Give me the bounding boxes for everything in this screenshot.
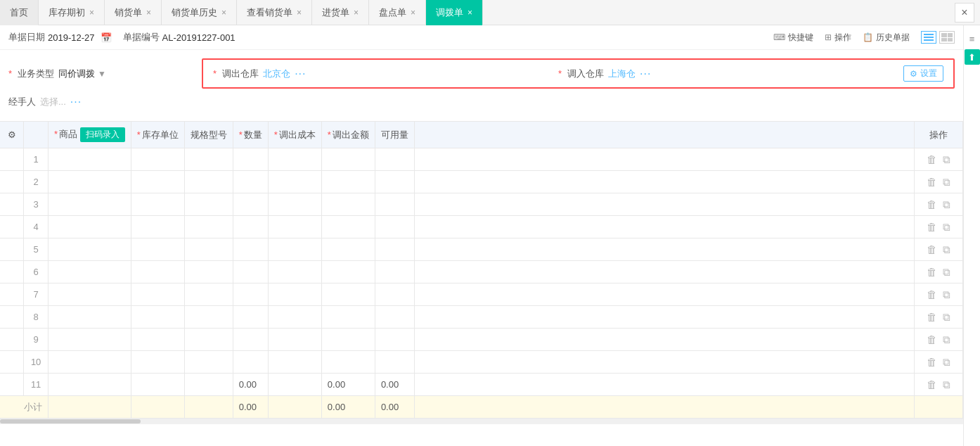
delete-icon[interactable]: 🗑: [927, 311, 937, 323]
row-amount-cell[interactable]: [321, 351, 375, 374]
col-header-settings[interactable]: ⚙: [0, 122, 24, 148]
row-amount-cell[interactable]: [321, 238, 375, 261]
row-available-cell[interactable]: [375, 261, 414, 283]
transfer-out-value[interactable]: 北京仓: [263, 68, 290, 80]
settings-button[interactable]: ⚙ 设置: [903, 65, 943, 82]
row-cost-cell[interactable]: [268, 329, 321, 351]
horizontal-scrollbar[interactable]: [0, 419, 963, 424]
calendar-icon[interactable]: 📅: [101, 32, 112, 43]
row-available-cell[interactable]: [375, 283, 414, 306]
row-spec-cell[interactable]: [184, 193, 233, 216]
shortcut-action[interactable]: ⌨ 快捷键: [773, 32, 813, 44]
transfer-in-more-btn[interactable]: ···: [640, 68, 651, 80]
copy-icon[interactable]: ⧉: [943, 176, 950, 188]
row-goods-cell[interactable]: [48, 148, 131, 171]
row-amount-cell[interactable]: [321, 193, 375, 216]
tab-home[interactable]: 首页: [0, 0, 39, 25]
row-unit-cell[interactable]: [131, 193, 184, 216]
copy-icon[interactable]: ⧉: [943, 153, 950, 165]
sidebar-list-icon[interactable]: ≡: [965, 31, 980, 46]
row-qty-cell[interactable]: [233, 238, 268, 261]
delete-icon[interactable]: 🗑: [927, 153, 937, 165]
handler-placeholder[interactable]: 选择...: [40, 96, 66, 108]
doc-date-value[interactable]: 2019-12-27: [48, 32, 95, 43]
row-goods-cell[interactable]: [48, 351, 131, 374]
row-cost-cell[interactable]: [268, 216, 321, 238]
tab-sales-order-close[interactable]: ×: [146, 8, 151, 18]
row-available-cell[interactable]: [375, 329, 414, 351]
row-unit-cell[interactable]: [131, 171, 184, 193]
copy-icon[interactable]: ⧉: [943, 333, 950, 345]
tab-inventory-init[interactable]: 库存期初 ×: [39, 0, 105, 25]
row-qty-cell[interactable]: [233, 351, 268, 374]
tab-purchase[interactable]: 进货单 ×: [312, 0, 369, 25]
row-amount-cell[interactable]: [321, 261, 375, 283]
transfer-out-more-btn[interactable]: ···: [295, 68, 306, 80]
row-unit-cell[interactable]: [131, 216, 184, 238]
row-goods-cell[interactable]: [48, 306, 131, 329]
row-cost-cell[interactable]: [268, 351, 321, 374]
row-available-cell[interactable]: [375, 148, 414, 171]
row-qty-cell[interactable]: [233, 148, 268, 171]
row-spec-cell[interactable]: [184, 216, 233, 238]
row-cost-cell[interactable]: [268, 261, 321, 283]
delete-icon[interactable]: 🗑: [927, 266, 937, 278]
tab-inventory-init-close[interactable]: ×: [89, 8, 94, 18]
delete-icon[interactable]: 🗑: [927, 176, 937, 188]
delete-icon[interactable]: 🗑: [927, 198, 937, 210]
scrollbar-thumb[interactable]: [0, 419, 141, 423]
tab-transfer-close[interactable]: ×: [468, 8, 472, 18]
tab-view-sales-close[interactable]: ×: [297, 8, 302, 18]
row-goods-cell[interactable]: [48, 193, 131, 216]
scan-input-btn[interactable]: 扫码录入: [80, 127, 125, 142]
transfer-in-value[interactable]: 上海仓: [608, 68, 636, 80]
row-amount-cell[interactable]: [321, 329, 375, 351]
biz-type-dropdown-icon[interactable]: ▼: [98, 69, 106, 79]
copy-icon[interactable]: ⧉: [943, 243, 950, 255]
row-amount-cell[interactable]: [321, 283, 375, 306]
delete-icon[interactable]: 🗑: [927, 288, 937, 300]
row-amount-cell[interactable]: [321, 306, 375, 329]
list-view-btn[interactable]: [921, 31, 936, 44]
row-qty-cell[interactable]: [233, 283, 268, 306]
row-qty-cell[interactable]: [233, 261, 268, 283]
copy-icon[interactable]: ⧉: [943, 356, 950, 368]
row-goods-cell[interactable]: [48, 283, 131, 306]
row-qty-cell[interactable]: [233, 171, 268, 193]
copy-icon[interactable]: ⧉: [943, 198, 950, 210]
row-goods-cell[interactable]: [48, 329, 131, 351]
row-qty-cell[interactable]: [233, 329, 268, 351]
row-unit-cell[interactable]: [131, 238, 184, 261]
delete-icon[interactable]: 🗑: [927, 333, 937, 345]
grid-view-btn[interactable]: [939, 31, 955, 44]
row-spec-cell[interactable]: [184, 329, 233, 351]
row-available-cell[interactable]: [375, 171, 414, 193]
tab-sales-history-close[interactable]: ×: [221, 8, 226, 18]
copy-icon[interactable]: ⧉: [943, 311, 950, 323]
row-available-cell[interactable]: [375, 216, 414, 238]
delete-icon[interactable]: 🗑: [927, 356, 937, 368]
delete-icon[interactable]: 🗑: [927, 221, 937, 233]
row-available-cell[interactable]: [375, 193, 414, 216]
row-unit-cell[interactable]: [131, 148, 184, 171]
copy-icon[interactable]: ⧉: [943, 288, 950, 300]
row-cost-cell[interactable]: [268, 283, 321, 306]
row-cost-cell[interactable]: [268, 306, 321, 329]
row-cost-cell[interactable]: [268, 193, 321, 216]
row-unit-cell[interactable]: [131, 306, 184, 329]
operations-action[interactable]: ⊞ 操作: [825, 32, 851, 44]
row-spec-cell[interactable]: [184, 306, 233, 329]
copy-icon[interactable]: ⧉: [943, 266, 950, 278]
row-spec-cell[interactable]: [184, 351, 233, 374]
handler-more-btn[interactable]: ···: [70, 96, 82, 108]
row-cost-cell[interactable]: [268, 171, 321, 193]
row-spec-cell[interactable]: [184, 261, 233, 283]
row-qty-cell[interactable]: [233, 306, 268, 329]
row-unit-cell[interactable]: [131, 283, 184, 306]
biz-type-select[interactable]: 同价调拨 ▼: [58, 68, 171, 80]
tab-transfer[interactable]: 调拨单 ×: [426, 0, 483, 25]
copy-icon[interactable]: ⧉: [943, 378, 950, 390]
row-goods-cell[interactable]: [48, 216, 131, 238]
row-unit-cell[interactable]: [131, 351, 184, 374]
history-action[interactable]: 📋 历史单据: [863, 32, 910, 44]
